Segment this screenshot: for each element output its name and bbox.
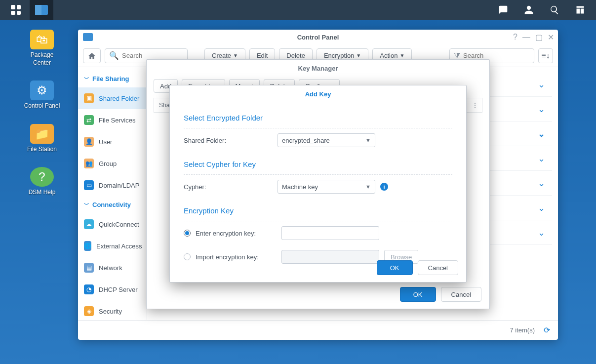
shield-icon: ◈ — [84, 306, 94, 316]
search-input[interactable] — [122, 52, 183, 59]
refresh-icon[interactable]: ⟳ — [544, 325, 550, 335]
more-icon[interactable]: ⋮ — [472, 102, 478, 109]
folder-icon: ▣ — [84, 93, 94, 103]
main-menu-button[interactable] — [4, 0, 28, 20]
globe-icon: 🌐 — [84, 241, 91, 251]
cloud-icon: ☁ — [84, 219, 94, 229]
encryption-key-input[interactable] — [281, 226, 379, 240]
window-app-icon — [83, 33, 93, 41]
desktop-control-panel[interactable]: ⚙ Control Panel — [15, 81, 69, 110]
select-value: encrypted_share — [282, 137, 330, 144]
cypher-select[interactable]: Machine key ▼ — [278, 180, 375, 194]
caret-down-icon: ▼ — [399, 53, 404, 58]
chevron-down-icon: ⌄ — [538, 178, 545, 189]
desktop-dsm-help[interactable]: ? DSM Help — [15, 167, 69, 197]
window-title: Control Panel — [78, 34, 558, 41]
window-titlebar[interactable]: Control Panel ? — ▢ ✕ — [78, 30, 558, 44]
sidebar-group-connectivity[interactable]: ﹀Connectivity — [78, 196, 147, 213]
network-icon: ▤ — [84, 263, 94, 273]
sidebar-item-network[interactable]: ▤Network — [78, 257, 147, 279]
chevron-down-icon: ﹀ — [84, 75, 89, 82]
desktop-label: DSM Help — [29, 189, 56, 197]
dialog-title: Add Key — [170, 85, 466, 103]
enter-key-label: Enter encryption key: — [196, 230, 277, 237]
cancel-button[interactable]: Cancel — [441, 287, 481, 302]
import-key-label: Import encryption key: — [196, 253, 277, 261]
search-icon[interactable] — [543, 0, 566, 20]
chevron-down-icon: ⌄ — [538, 153, 545, 164]
services-icon: ⇄ — [84, 115, 94, 125]
sidebar-item-external-access[interactable]: 🌐External Access — [78, 235, 147, 257]
control-panel-icon — [35, 5, 48, 15]
search-icon: 🔍 — [109, 51, 119, 60]
ok-button[interactable]: OK — [400, 287, 436, 302]
dialog-title: Key Manager — [147, 60, 489, 77]
info-icon[interactable]: i — [380, 183, 388, 191]
desktop-file-station[interactable]: 📁 File Station — [15, 124, 69, 154]
close-icon[interactable]: ✕ — [548, 33, 554, 42]
package-center-icon: 🛍 — [30, 30, 54, 49]
sidebar-item-label: Security — [99, 308, 122, 315]
cypher-label: Cypher: — [184, 183, 273, 191]
taskbar — [0, 0, 596, 20]
task-control-panel[interactable] — [30, 0, 53, 20]
sidebar-item-label: QuickConnect — [99, 221, 139, 228]
item-count: 7 item(s) — [510, 326, 535, 334]
search-input[interactable] — [463, 52, 530, 59]
shared-folder-label: Shared Folder: — [184, 137, 273, 144]
user-icon: 👤 — [84, 137, 94, 147]
caret-down-icon: ▼ — [365, 184, 371, 190]
sidebar-item-quickconnect[interactable]: ☁QuickConnect — [78, 213, 147, 235]
sidebar-item-domain-ldap[interactable]: ▭Domain/LDAP — [78, 174, 147, 196]
sidebar-item-label: User — [99, 138, 112, 146]
sidebar-item-shared-folder[interactable]: ▣Shared Folder — [78, 87, 147, 109]
sidebar-item-file-services[interactable]: ⇄File Services — [78, 109, 147, 131]
caret-down-icon: ▼ — [233, 53, 238, 58]
chevron-down-icon: ﹀ — [84, 201, 89, 208]
dhcp-icon: ◔ — [84, 284, 94, 294]
desktop-label: Control Panel — [24, 102, 60, 110]
chevron-down-icon: ⌄ — [538, 202, 545, 213]
sidebar-item-label: File Services — [99, 117, 135, 124]
section-select-encrypted-folder: Select Encrypted Folder — [184, 106, 452, 126]
desktop-package-center[interactable]: 🛍 PackageCenter — [15, 30, 69, 67]
chevron-down-icon: ⌄ — [538, 79, 545, 90]
maximize-icon[interactable]: ▢ — [535, 33, 543, 42]
desktop-label: File Station — [27, 146, 57, 154]
sidebar-item-label: Group — [99, 160, 117, 167]
chevron-down-icon: ⌄ — [538, 104, 545, 115]
group-icon: 👥 — [84, 159, 94, 168]
chevron-down-icon: ⌄ — [538, 227, 545, 238]
status-bar: 7 item(s) ⟳ — [78, 320, 558, 340]
sidebar-item-label: DHCP Server — [99, 286, 138, 293]
caret-down-icon: ▼ — [356, 53, 361, 58]
home-button[interactable] — [83, 48, 101, 63]
file-station-icon: 📁 — [30, 124, 54, 144]
sidebar-item-user[interactable]: 👤User — [78, 131, 147, 153]
control-panel-icon: ⚙ — [30, 81, 54, 100]
ok-button[interactable]: OK — [377, 260, 413, 275]
filter-icon: ⧩ — [454, 51, 460, 60]
caret-down-icon: ▼ — [365, 137, 371, 143]
desktop: 🛍 PackageCenter ⚙ Control Panel 📁 File S… — [15, 30, 69, 197]
sidebar-item-label: Shared Folder — [99, 95, 139, 102]
user-icon[interactable] — [517, 0, 541, 20]
widgets-icon[interactable] — [568, 0, 592, 20]
shared-folder-select[interactable]: encrypted_share ▼ — [278, 133, 375, 147]
sidebar-item-group[interactable]: 👥Group — [78, 153, 147, 174]
add-key-dialog: Add Key Select Encrypted Folder Shared F… — [169, 85, 467, 283]
sidebar-item-security[interactable]: ◈Security — [78, 300, 147, 320]
cancel-button[interactable]: Cancel — [418, 260, 458, 275]
import-key-path — [281, 250, 379, 264]
enter-key-radio[interactable] — [184, 230, 191, 237]
sidebar-item-dhcp-server[interactable]: ◔DHCP Server — [78, 279, 147, 300]
sort-button[interactable]: ≡↓ — [538, 48, 553, 63]
chat-icon[interactable] — [491, 0, 515, 20]
sidebar-item-label: Domain/LDAP — [99, 182, 139, 189]
sidebar-group-file-sharing[interactable]: ﹀File Sharing — [78, 70, 147, 87]
import-key-radio[interactable] — [184, 253, 191, 260]
help-icon[interactable]: ? — [513, 33, 517, 42]
minimize-icon[interactable]: — — [522, 33, 530, 42]
sidebar: ﹀File Sharing ▣Shared Folder ⇄File Servi… — [78, 67, 147, 320]
help-icon: ? — [30, 167, 54, 187]
